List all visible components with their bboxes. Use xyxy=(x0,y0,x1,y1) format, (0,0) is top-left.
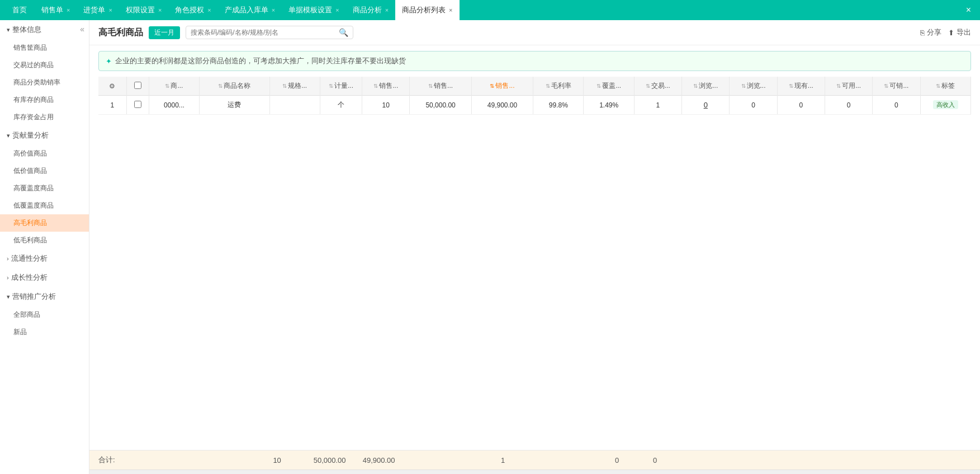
close-purchase-order[interactable]: × xyxy=(108,7,112,13)
footer-sales-qty: 10 xyxy=(261,456,294,464)
cell-spec xyxy=(269,96,320,115)
search-icon[interactable]: 🔍 xyxy=(339,28,348,37)
footer-spacer2 xyxy=(522,456,598,464)
nav-role-auth[interactable]: 角色授权 × xyxy=(168,0,217,20)
export-icon: ⬆ xyxy=(948,29,954,37)
col-name[interactable]: ⇅商品名称 xyxy=(200,77,269,96)
sidebar-item-stock-capital[interactable]: 库存资金占用 xyxy=(0,109,89,126)
nav-permission-settings[interactable]: 权限设置 × xyxy=(119,0,168,20)
col-coverage[interactable]: ⇅覆盖... xyxy=(584,77,634,96)
search-box: 🔍 xyxy=(186,26,353,39)
cell-checkbox[interactable] xyxy=(126,96,149,115)
col-available[interactable]: ⇅可用... xyxy=(825,77,872,96)
nav-product-inbound[interactable]: 产成品入库单 × xyxy=(218,0,282,20)
col-views1[interactable]: ⇅浏览... xyxy=(682,77,730,96)
sidebar-collapse-button[interactable]: « xyxy=(80,25,84,34)
share-icon: ⎘ xyxy=(920,29,925,37)
sidebar-item-category-sales-rate[interactable]: 商品分类助销率 xyxy=(0,74,89,91)
cell-name: 运费 xyxy=(200,96,269,115)
cell-rownum: 1 xyxy=(98,96,126,115)
close-permission-settings[interactable]: × xyxy=(158,7,162,13)
sidebar-group-growth[interactable]: › 成长性分析 xyxy=(0,268,89,287)
tip-icon: ✦ xyxy=(106,57,112,65)
close-sales-order[interactable]: × xyxy=(67,7,70,13)
nav-purchase-order[interactable]: 进货单 × xyxy=(77,0,119,20)
col-gross-margin[interactable]: ⇅毛利率 xyxy=(533,77,584,96)
cell-unit: 个 xyxy=(320,96,362,115)
sidebar-item-traded-goods[interactable]: 交易过的商品 xyxy=(0,57,89,74)
col-sales-qty[interactable]: ⇅销售... xyxy=(362,77,410,96)
sidebar-group-contribution[interactable]: ▾ 贡献量分析 xyxy=(0,126,89,145)
col-current-stock[interactable]: ⇅现有... xyxy=(777,77,825,96)
sidebar-item-in-stock-goods[interactable]: 有库存的商品 xyxy=(0,91,89,109)
content-panel: 高毛利商品 近一月 🔍 ⎘ 分享 ⬆ 导出 ✦ 企业的主要的利润都是这部分商品创… xyxy=(89,20,980,474)
group-overall-arrow: ▾ xyxy=(7,26,10,34)
close-product-inbound[interactable]: × xyxy=(272,7,275,13)
select-all-checkbox[interactable] xyxy=(134,82,141,89)
table-row: 1 0000... 运费 个 10 50,000.00 49,900.00 99… xyxy=(98,96,971,115)
sidebar-item-new-goods[interactable]: 新品 xyxy=(0,323,89,341)
col-transactions[interactable]: ⇅交易... xyxy=(634,77,681,96)
col-tag[interactable]: ⇅标签 xyxy=(920,77,970,96)
col-checkbox[interactable] xyxy=(126,77,149,96)
sidebar-item-high-margin[interactable]: 高毛利商品 xyxy=(0,214,89,232)
sidebar-group-liquidity[interactable]: › 流通性分析 xyxy=(0,249,89,268)
footer-current-stock: 0 xyxy=(598,456,636,464)
header-actions: ⎘ 分享 ⬆ 导出 xyxy=(920,27,971,37)
close-product-analysis[interactable]: × xyxy=(385,7,389,13)
nav-product-analysis-list[interactable]: 商品分析列表 × xyxy=(395,0,459,20)
period-button[interactable]: 近一月 xyxy=(149,26,180,39)
col-views2[interactable]: ⇅浏览... xyxy=(730,77,777,96)
sidebar-item-sales-basket[interactable]: 销售筐商品 xyxy=(0,39,89,57)
col-spec[interactable]: ⇅规格... xyxy=(269,77,320,96)
nav-product-analysis[interactable]: 商品分析 × xyxy=(346,0,395,20)
sidebar-group-overall[interactable]: ▾ 整体信息 xyxy=(0,20,89,39)
sidebar-item-all-goods[interactable]: 全部商品 xyxy=(0,306,89,323)
nav-home[interactable]: 首页 xyxy=(4,0,35,20)
sidebar-item-high-coverage[interactable]: 高覆盖度商品 xyxy=(0,180,89,197)
footer-spacer1 xyxy=(404,456,484,464)
footer-sales-cost: 49,900.00 xyxy=(354,456,404,464)
window-close-button[interactable]: × xyxy=(962,5,976,15)
nav-sales-order[interactable]: 销售单 × xyxy=(35,0,77,20)
info-banner: ✦ 企业的主要的利润都是这部分商品创造的，可考虑加大推广，同时关注库存量不要出现… xyxy=(98,51,971,71)
group-growth-arrow: › xyxy=(7,274,9,281)
cell-current-stock: 0 xyxy=(777,96,825,115)
nav-template-settings[interactable]: 单据模板设置 × xyxy=(282,0,345,20)
col-settings[interactable]: ⚙ xyxy=(98,77,126,96)
cell-tag: 高收入 xyxy=(920,96,970,115)
footer-bar: 合计: 10 50,000.00 49,900.00 1 0 0 xyxy=(89,450,980,470)
cell-views1[interactable]: 0 xyxy=(682,96,730,115)
sidebar-item-low-coverage[interactable]: 低覆盖度商品 xyxy=(0,197,89,214)
horizontal-scrollbar[interactable] xyxy=(89,470,980,474)
col-sales-amount[interactable]: ⇅销售... xyxy=(410,77,471,96)
col-code[interactable]: ⇅商... xyxy=(149,77,199,96)
footer-sales-amount: 50,000.00 xyxy=(305,456,354,464)
export-button[interactable]: ⬆ 导出 xyxy=(948,27,971,37)
sidebar-item-low-value[interactable]: 低价值商品 xyxy=(0,162,89,180)
cell-gross-margin: 99.8% xyxy=(533,96,584,115)
total-label: 合计: xyxy=(98,455,115,465)
sidebar-item-low-margin[interactable]: 低毛利商品 xyxy=(0,232,89,249)
sidebar-item-high-value[interactable]: 高价值商品 xyxy=(0,145,89,162)
col-sellable[interactable]: ⇅可销... xyxy=(873,77,920,96)
share-button[interactable]: ⎘ 分享 xyxy=(920,27,941,37)
group-marketing-arrow: ▾ xyxy=(7,293,10,301)
data-table: ⚙ ⇅商... ⇅商品名称 ⇅规格... ⇅计量... ⇅销售... ⇅销售..… xyxy=(98,77,971,115)
close-role-auth[interactable]: × xyxy=(207,7,211,13)
cell-views2: 0 xyxy=(730,96,777,115)
table-area: ⚙ ⇅商... ⇅商品名称 ⇅规格... ⇅计量... ⇅销售... ⇅销售..… xyxy=(89,77,980,450)
row-checkbox[interactable] xyxy=(134,101,141,108)
sidebar-group-marketing[interactable]: ▾ 营销推广分析 xyxy=(0,287,89,306)
col-sales-cost[interactable]: ⇅销售... xyxy=(471,77,533,96)
close-product-analysis-list[interactable]: × xyxy=(449,7,452,13)
group-liquidity-arrow: › xyxy=(7,255,9,262)
tag-badge: 高收入 xyxy=(933,100,958,109)
cell-available: 0 xyxy=(825,96,872,115)
col-unit[interactable]: ⇅计量... xyxy=(320,77,362,96)
close-template-settings[interactable]: × xyxy=(335,7,339,13)
footer-cells: 10 50,000.00 49,900.00 1 0 0 xyxy=(149,456,971,464)
group-contribution-arrow: ▾ xyxy=(7,132,10,139)
footer-transactions: 1 xyxy=(484,456,522,464)
search-input[interactable] xyxy=(191,29,339,36)
